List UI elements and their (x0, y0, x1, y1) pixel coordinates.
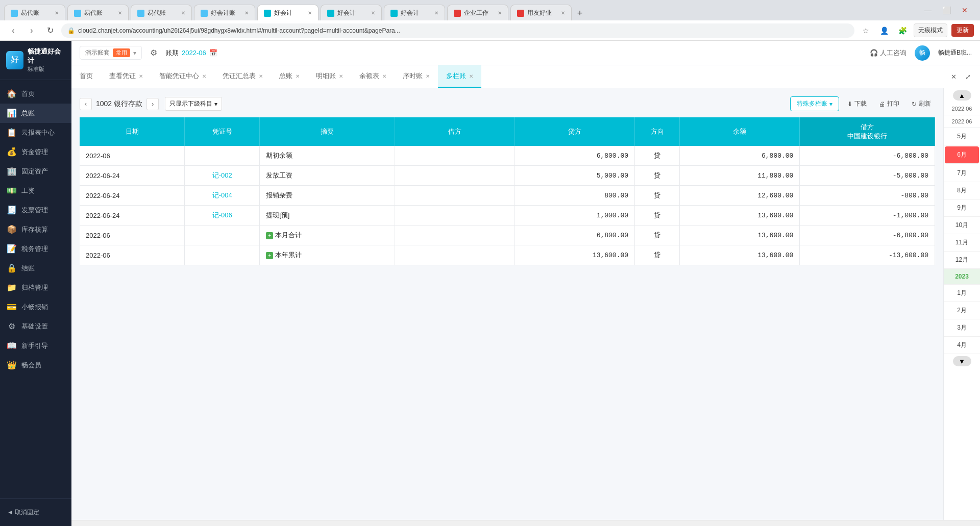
browser-tab-t6[interactable]: 好会计 ✕ (321, 5, 382, 20)
period-label: 账期 (165, 48, 179, 58)
calendar-month-2023-3月[interactable]: 3月 (944, 319, 980, 337)
calendar-scroll-down[interactable]: ▼ (953, 356, 971, 366)
filter-select[interactable]: 只显示下级科目 ▾ (165, 97, 222, 111)
profile-button[interactable]: 👤 (877, 23, 891, 38)
tab-collapse-button[interactable]: ✕ (947, 70, 960, 83)
page-tab-home[interactable]: 首页 (71, 65, 101, 88)
tab-close-t1[interactable]: ✕ (55, 10, 59, 16)
page-tab-close-general-ledger[interactable]: ✕ (296, 73, 300, 79)
sidebar-item-funds[interactable]: 💰 资金管理 (0, 142, 71, 162)
calendar-month-2022-5月[interactable]: 5月 (944, 128, 980, 145)
sidebar-item-assets[interactable]: 🏢 固定资产 (0, 162, 71, 181)
close-button[interactable]: ✕ (958, 3, 972, 17)
sidebar-item-archive[interactable]: 📁 归档管理 (0, 278, 71, 297)
calendar-month-2023-1月[interactable]: 1月 (944, 285, 980, 302)
page-tab-close-voucher-view[interactable]: ✕ (139, 73, 143, 79)
page-tab-detail-ledger[interactable]: 明细账✕ (308, 65, 351, 88)
sidebar-item-tax[interactable]: 📝 税务管理 (0, 239, 71, 259)
update-button[interactable]: 更新 (951, 24, 974, 37)
calendar-month-2022-12月[interactable]: 12月 (944, 252, 980, 269)
tab-close-t4[interactable]: ✕ (244, 10, 249, 16)
page-tab-voucher-summary[interactable]: 凭证汇总表✕ (214, 65, 271, 88)
sidebar-item-home[interactable]: 🏠 首页 (0, 84, 71, 104)
calendar-month-2022-10月[interactable]: 10月 (944, 217, 980, 234)
page-tab-close-multi-ledger[interactable]: ✕ (469, 73, 473, 79)
browser-tab-t4[interactable]: 好会计账 ✕ (194, 5, 255, 20)
forward-button[interactable]: › (24, 23, 39, 38)
sidebar-item-invoice[interactable]: 🧾 发票管理 (0, 201, 71, 220)
tab-close-t8[interactable]: ✕ (498, 10, 502, 16)
page-tab-close-voucher-summary[interactable]: ✕ (259, 73, 263, 79)
browser-tab-t3[interactable]: 易代账 ✕ (131, 5, 192, 20)
sidebar-item-inventory[interactable]: 📦 库存核算 (0, 220, 71, 239)
settings-icon[interactable]: ⚙ (150, 48, 157, 58)
tab-close-t9[interactable]: ✕ (561, 10, 565, 16)
page-tab-voucher-view[interactable]: 查看凭证✕ (101, 65, 151, 88)
calendar-month-2022-6月[interactable]: 6月 (945, 146, 979, 164)
browser-tab-t8[interactable]: 企业工作 ✕ (447, 5, 508, 20)
restore-button[interactable]: ⬜ (939, 3, 953, 17)
extensions-button[interactable]: 🧩 (895, 23, 910, 38)
tab-close-t5[interactable]: ✕ (308, 10, 312, 16)
page-tab-close-smart-voucher[interactable]: ✕ (202, 73, 206, 79)
account-prev-button[interactable]: ‹ (80, 98, 92, 110)
account-next-button[interactable]: › (146, 98, 159, 110)
calendar-month-2023-4月[interactable]: 4月 (944, 337, 980, 354)
refresh-button[interactable]: ↻ 刷新 (908, 97, 935, 111)
page-tab-general-ledger[interactable]: 总账✕ (271, 65, 308, 88)
minimize-button[interactable]: — (921, 3, 935, 17)
print-button[interactable]: 🖨 打印 (875, 97, 903, 111)
page-tab-balance-table[interactable]: 余额表✕ (351, 65, 395, 88)
page-tab-multi-ledger[interactable]: 多栏账✕ (438, 65, 481, 88)
voucher-link-1[interactable]: 记-002 (212, 171, 232, 179)
tab-close-t6[interactable]: ✕ (371, 10, 375, 16)
sidebar-item-ledger[interactable]: 📊 总账 (0, 104, 71, 123)
download-icon: ⬇ (847, 101, 852, 108)
voucher-link-2[interactable]: 记-004 (212, 191, 232, 199)
calendar-month-2022-7月[interactable]: 7月 (944, 165, 980, 182)
page-tab-smart-voucher[interactable]: 智能凭证中心✕ (151, 65, 214, 88)
right-calendar-panel: ▲ 2022.06 2022.06 5月6月7月8月9月10月11月12月 20… (943, 88, 980, 520)
page-tab-close-time-ledger[interactable]: ✕ (426, 73, 430, 79)
special-multicolumn-button[interactable]: 特殊多栏账 ▾ (790, 96, 839, 111)
bookmark-button[interactable]: ☆ (859, 23, 873, 38)
wuhen-button[interactable]: 无痕模式 (914, 23, 947, 37)
download-button[interactable]: ⬇ 下载 (843, 97, 871, 111)
sidebar-item-expense[interactable]: 💳 小畅报销 (0, 297, 71, 317)
sidebar-item-basic[interactable]: ⚙ 基础设置 (0, 317, 71, 336)
calendar-month-2022-9月[interactable]: 9月 (944, 199, 980, 217)
back-button[interactable]: ‹ (6, 23, 20, 38)
unpin-button[interactable]: ◄ 取消固定 (0, 503, 71, 522)
account-chevron-icon[interactable]: ▾ (133, 49, 136, 57)
tab-close-t7[interactable]: ✕ (434, 10, 438, 16)
browser-tab-t2[interactable]: 易代账 ✕ (67, 5, 129, 20)
calendar-month-2022-8月[interactable]: 8月 (944, 182, 980, 199)
calendar-icon[interactable]: 📅 (209, 49, 217, 57)
calendar-month-2022-11月[interactable]: 11月 (944, 234, 980, 252)
browser-chrome: 易代账 ✕ 易代账 ✕ 易代账 ✕ 好会计账 ✕ 好会计 ✕ 好会计 ✕ 好会计… (0, 0, 980, 20)
page-tab-time-ledger[interactable]: 序时账✕ (395, 65, 438, 88)
new-tab-button[interactable]: + (573, 6, 587, 20)
sidebar-item-guide[interactable]: 📖 新手引导 (0, 336, 71, 356)
sidebar-item-member[interactable]: 👑 畅会员 (0, 356, 71, 375)
tab-close-t3[interactable]: ✕ (181, 10, 185, 16)
browser-tab-t5[interactable]: 好会计 ✕ (257, 5, 318, 20)
page-tab-close-detail-ledger[interactable]: ✕ (339, 73, 343, 79)
reload-button[interactable]: ↻ (43, 23, 57, 38)
url-bar[interactable]: 🔒 cloud2.chanjet.com/accounting/uh26t264… (61, 23, 854, 38)
page-tab-close-balance-table[interactable]: ✕ (382, 73, 386, 79)
consult-button[interactable]: 🎧 人工咨询 (870, 48, 906, 58)
sidebar-item-close[interactable]: 🔒 结账 (0, 259, 71, 278)
sidebar-item-reports[interactable]: 📋 云报表中心 (0, 123, 71, 142)
horizontal-scroll-bar[interactable] (71, 520, 980, 526)
browser-tab-t7[interactable]: 好会计 ✕ (384, 5, 445, 20)
sidebar-item-salary[interactable]: 💵 工资 (0, 181, 71, 201)
calendar-scroll-up[interactable]: ▲ (953, 90, 971, 101)
browser-tab-t9[interactable]: 用友好业 ✕ (510, 5, 572, 20)
voucher-link-3[interactable]: 记-006 (212, 211, 232, 219)
tab-expand-button[interactable]: ⤢ (962, 70, 974, 83)
tab-close-t2[interactable]: ✕ (118, 10, 122, 16)
browser-tab-t1[interactable]: 易代账 ✕ (4, 5, 65, 20)
user-avatar[interactable]: 畅 (915, 45, 930, 61)
calendar-month-2023-2月[interactable]: 2月 (944, 302, 980, 319)
